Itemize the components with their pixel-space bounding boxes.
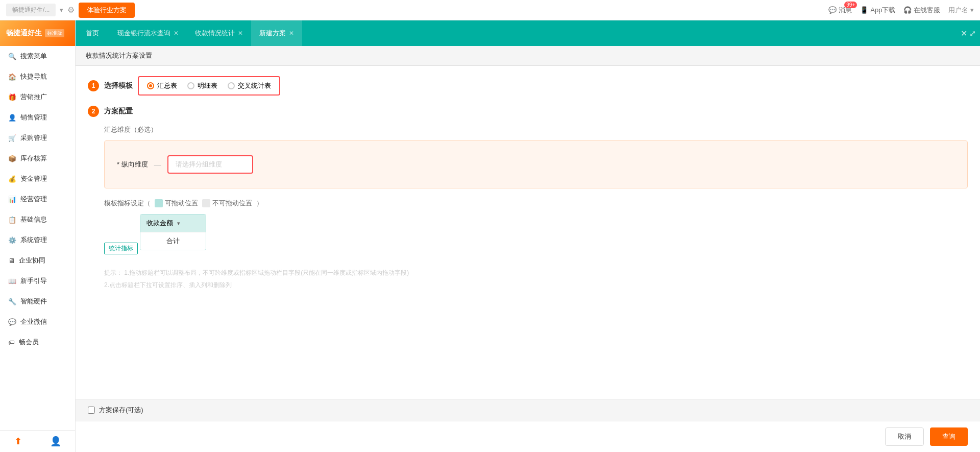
gear-icon[interactable]: ⚙ bbox=[67, 5, 75, 15]
sidebar-label: 销售管理 bbox=[20, 113, 47, 122]
template-options-box: 汇总表 明细表 交叉统计表 bbox=[138, 76, 280, 96]
metrics-table: 收款金额 ▾ 合计 bbox=[140, 214, 206, 250]
sidebar-item-smart-hardware[interactable]: 🔧 智能硬件 bbox=[0, 291, 75, 312]
page-header: 收款情况统计方案设置 bbox=[76, 46, 980, 66]
sidebar-item-basic-info[interactable]: 📋 基础信息 bbox=[0, 209, 75, 230]
sidebar-label: 新手引导 bbox=[20, 276, 47, 286]
dimension-group-label: 汇总维度（必选） bbox=[104, 125, 968, 134]
section2-number: 2 bbox=[88, 106, 99, 117]
vertical-dimension-label: * 纵向维度 bbox=[117, 160, 148, 169]
tab-home[interactable]: 首页 bbox=[76, 20, 109, 46]
message-icon-area[interactable]: 💬 消息 99+ bbox=[828, 6, 852, 15]
tab-close-all-button[interactable]: ✕ bbox=[961, 29, 967, 38]
message-icon: 💬 bbox=[828, 6, 837, 14]
tab-cash-flow-label: 现金银行流水查询 bbox=[117, 29, 170, 38]
collab-icon: 🖥 bbox=[8, 257, 15, 265]
tab-cash-flow[interactable]: 现金银行流水查询 ✕ bbox=[109, 20, 187, 46]
tab-new-plan-label: 新建方案 bbox=[259, 29, 286, 38]
user-area[interactable]: 用户名 ▾ bbox=[948, 6, 974, 15]
metrics-header-text: 收款金额 bbox=[146, 219, 173, 228]
purchase-icon: 🛒 bbox=[8, 134, 16, 142]
radio-crosstab-label: 交叉统计表 bbox=[238, 81, 271, 90]
online-service[interactable]: 🎧 在线客服 bbox=[903, 6, 940, 15]
gift-icon: 🎁 bbox=[8, 93, 16, 101]
sidebar-item-marketing[interactable]: 🎁 营销推广 bbox=[0, 87, 75, 107]
sidebar-label: 搜索菜单 bbox=[20, 52, 47, 61]
member-icon: 🏷 bbox=[8, 339, 15, 346]
sidebar-item-search-menu[interactable]: 🔍 搜索菜单 bbox=[0, 46, 75, 66]
inventory-icon: 📦 bbox=[8, 155, 16, 162]
section1-label: 选择模板 bbox=[104, 81, 133, 90]
sidebar-bottom-icon1[interactable]: ⬆ bbox=[14, 436, 22, 447]
sidebar-label: 企业微信 bbox=[20, 317, 47, 326]
section-1-template: 1 选择模板 汇总表 明细表 bbox=[88, 76, 968, 96]
tab-new-plan[interactable]: 新建方案 ✕ bbox=[251, 20, 302, 46]
tab-payment-stats[interactable]: 收款情况统计 ✕ bbox=[187, 20, 251, 46]
tab-maximize-button[interactable]: ⤢ bbox=[969, 29, 976, 38]
headset-icon: 🎧 bbox=[903, 6, 912, 14]
sidebar-item-enterprise-wechat[interactable]: 💬 企业微信 bbox=[0, 312, 75, 332]
system-icon: ⚙️ bbox=[8, 236, 16, 244]
sidebar-item-system[interactable]: ⚙️ 系统管理 bbox=[0, 230, 75, 250]
dimension-area: * 纵向维度 — 请选择分组维度 bbox=[104, 140, 968, 188]
query-button[interactable]: 查询 bbox=[930, 427, 968, 446]
dimension-select-input[interactable]: 请选择分组维度 bbox=[167, 155, 253, 174]
app-download[interactable]: 📱 App下载 bbox=[860, 6, 895, 15]
beginner-icon: 📖 bbox=[8, 277, 16, 285]
trial-button[interactable]: 体验行业方案 bbox=[79, 3, 135, 18]
app-icon: 📱 bbox=[860, 6, 868, 14]
stats-label: 统计指标 bbox=[104, 243, 138, 254]
breadcrumb-dropdown-icon[interactable]: ▾ bbox=[60, 6, 63, 14]
wechat-icon: 💬 bbox=[8, 318, 16, 326]
metrics-header-row[interactable]: 收款金额 ▾ bbox=[140, 215, 206, 232]
sidebar-label: 系统管理 bbox=[20, 235, 47, 245]
save-checkbox[interactable] bbox=[88, 407, 95, 414]
sidebar-item-operations[interactable]: 📊 经营管理 bbox=[0, 189, 75, 209]
message-badge: 99+ bbox=[844, 2, 857, 8]
metrics-settings-label-row: 模板指标设定（ 可拖动位置 不可拖动位置 ） bbox=[104, 199, 968, 208]
metrics-cell-total: 合计 bbox=[140, 232, 206, 250]
sidebar-label: 畅会员 bbox=[19, 338, 39, 347]
tab-cash-flow-close[interactable]: ✕ bbox=[174, 30, 179, 37]
basic-info-icon: 📋 bbox=[8, 216, 16, 224]
tips-section: 提示： 1.拖动标题栏可以调整布局，不可跨维度或指标区域拖动栏目字段(只能在同一… bbox=[88, 258, 968, 291]
sidebar-label: 企业协同 bbox=[19, 256, 45, 265]
tip-1: 提示： 1.拖动标题栏可以调整布局，不可跨维度或指标区域拖动栏目字段(只能在同一… bbox=[104, 267, 968, 279]
metrics-dropdown-icon[interactable]: ▾ bbox=[177, 220, 180, 227]
logo-text: 畅捷通好生 bbox=[6, 29, 42, 38]
radio-crosstab[interactable]: 交叉统计表 bbox=[228, 81, 271, 90]
sidebar-item-quick-nav[interactable]: 🏠 快捷导航 bbox=[0, 66, 75, 87]
finance-icon: 💰 bbox=[8, 175, 16, 183]
sidebar-label: 快捷导航 bbox=[20, 72, 47, 81]
radio-summary[interactable]: 汇总表 bbox=[147, 81, 177, 90]
page-footer: 方案保存(可选) bbox=[76, 399, 980, 421]
sidebar-item-finance[interactable]: 💰 资金管理 bbox=[0, 169, 75, 189]
cancel-button[interactable]: 取消 bbox=[885, 427, 924, 446]
sidebar-item-member[interactable]: 🏷 畅会员 bbox=[0, 332, 75, 352]
sidebar-label: 营销推广 bbox=[20, 92, 47, 102]
section2-label: 方案配置 bbox=[104, 107, 133, 116]
operations-icon: 📊 bbox=[8, 196, 16, 203]
sidebar-label: 库存核算 bbox=[20, 154, 47, 163]
sidebar-item-sales[interactable]: 👤 销售管理 bbox=[0, 107, 75, 128]
tip-2: 2.点击标题栏下拉可设置排序、插入列和删除列 bbox=[104, 279, 968, 291]
sidebar-bottom-icon2[interactable]: 👤 bbox=[50, 436, 61, 447]
sales-icon: 👤 bbox=[8, 114, 16, 122]
bottom-action-bar: 取消 查询 bbox=[76, 421, 980, 452]
breadcrumb: 畅捷通好生/... bbox=[6, 4, 56, 16]
tab-new-plan-close[interactable]: ✕ bbox=[289, 30, 294, 37]
tab-payment-stats-close[interactable]: ✕ bbox=[238, 30, 243, 37]
sidebar-label: 资金管理 bbox=[20, 174, 47, 183]
sidebar-label: 经营管理 bbox=[20, 195, 47, 204]
section-2-config: 2 方案配置 汇总维度（必选） * 纵向维度 — 请选择分组维度 bbox=[88, 106, 968, 291]
sidebar-item-inventory[interactable]: 📦 库存核算 bbox=[0, 148, 75, 169]
sidebar-item-beginner[interactable]: 📖 新手引导 bbox=[0, 271, 75, 291]
sidebar-label: 采购管理 bbox=[20, 133, 47, 142]
section1-number: 1 bbox=[88, 80, 99, 91]
arrow-right-icon: — bbox=[154, 160, 161, 169]
sidebar-item-enterprise-collab[interactable]: 🖥 企业协同 bbox=[0, 250, 75, 271]
save-option-label: 方案保存(可选) bbox=[99, 406, 143, 415]
sidebar-label: 基础信息 bbox=[20, 215, 47, 224]
sidebar-item-purchase[interactable]: 🛒 采购管理 bbox=[0, 128, 75, 148]
radio-detail[interactable]: 明细表 bbox=[187, 81, 217, 90]
